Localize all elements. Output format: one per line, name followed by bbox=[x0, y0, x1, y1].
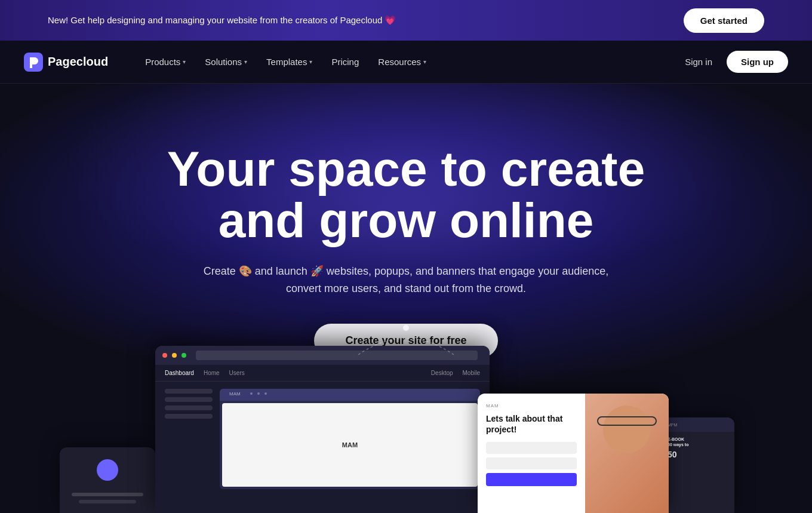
chevron-down-icon: ▾ bbox=[244, 59, 247, 65]
sr-title: Lets talk about that project! bbox=[486, 413, 577, 435]
nav-item-templates[interactable]: Templates ▾ bbox=[258, 52, 321, 72]
announcement-text: New! Get help designing and managing you… bbox=[48, 15, 396, 26]
nav-item-pricing-label: Pricing bbox=[331, 57, 359, 67]
sr-face bbox=[603, 406, 651, 453]
hero-note-prefix: Choose a bbox=[324, 370, 362, 379]
sfr-logo: MPM bbox=[668, 423, 677, 427]
sign-up-button[interactable]: Sign up bbox=[727, 51, 788, 73]
sr-glasses bbox=[597, 416, 657, 426]
announcement-cta-button[interactable]: Get started bbox=[684, 8, 764, 33]
sfr-label: E-BOOK bbox=[668, 437, 684, 441]
sr-badge: MAM bbox=[486, 403, 577, 408]
nav-item-resources-label: Resources bbox=[378, 57, 421, 67]
screen-left bbox=[60, 447, 155, 513]
sfr-title-text: 50 ways to bbox=[668, 443, 688, 447]
sc-canvas: MAM bbox=[222, 403, 478, 487]
sr-image bbox=[585, 394, 669, 513]
sfr-body: E-BOOK 50 ways to 50 bbox=[663, 432, 734, 464]
nav-item-solutions[interactable]: Solutions ▾ bbox=[196, 52, 256, 72]
tab-dashboard: Dashboard bbox=[165, 370, 194, 376]
sign-in-button[interactable]: Sign in bbox=[678, 52, 719, 72]
sc-main-logo: MAM bbox=[224, 390, 245, 398]
window-minimize-dot bbox=[172, 353, 177, 358]
navbar: Pagecloud Products ▾ Solutions ▾ Templat… bbox=[0, 41, 812, 84]
logo-link[interactable]: Pagecloud bbox=[24, 53, 108, 72]
hero-subtext: Create 🎨 and launch 🚀 websites, popups, … bbox=[203, 263, 609, 297]
plan-link[interactable]: plan bbox=[362, 370, 377, 379]
sc-nav-dot bbox=[250, 392, 253, 395]
hero-cta-wrap: Create your site for free bbox=[314, 324, 497, 358]
nav-item-products-label: Products bbox=[145, 57, 180, 67]
logo-text: Pagecloud bbox=[48, 55, 108, 69]
sfr-top: MPM bbox=[663, 417, 734, 432]
sc-main-nav: MAM bbox=[220, 389, 480, 398]
tab-users: Users bbox=[229, 370, 245, 376]
nav-item-products[interactable]: Products ▾ bbox=[137, 52, 194, 72]
hero-headline-line1: Your space to create bbox=[167, 142, 645, 196]
sidebar-item bbox=[165, 414, 213, 419]
screen-right: MAM Lets talk about that project! bbox=[478, 394, 669, 513]
sr-name-field bbox=[486, 442, 577, 454]
sc-canvas-text: MAM bbox=[342, 441, 358, 449]
sfr-number: 50 bbox=[668, 450, 730, 459]
hero-headline: Your space to create and grow online bbox=[167, 143, 645, 246]
nav-item-templates-label: Templates bbox=[266, 57, 307, 67]
hero-note: Choose a plan when you're ready to publi… bbox=[324, 370, 488, 379]
sc-nav-dot bbox=[257, 392, 260, 395]
hero-section: Your space to create and grow online Cre… bbox=[0, 84, 812, 513]
screen-left-line1 bbox=[72, 493, 143, 496]
sidebar-item bbox=[165, 389, 213, 394]
nav-item-pricing[interactable]: Pricing bbox=[323, 52, 367, 72]
nav-item-resources[interactable]: Resources ▾ bbox=[370, 52, 435, 72]
sc-content: MAM MAM bbox=[155, 382, 490, 496]
nav-links: Products ▾ Solutions ▾ Templates ▾ Prici… bbox=[137, 52, 678, 72]
sr-email-field bbox=[486, 457, 577, 469]
chevron-down-icon: ▾ bbox=[423, 59, 426, 65]
hero-headline-line2: and grow online bbox=[219, 193, 594, 247]
sc-main-area: MAM MAM bbox=[220, 389, 480, 489]
hero-note-suffix: when you're ready to publish. bbox=[377, 370, 488, 379]
nav-auth: Sign in Sign up bbox=[678, 51, 788, 73]
chevron-down-icon: ▾ bbox=[309, 59, 312, 65]
chevron-down-icon: ▾ bbox=[183, 59, 186, 65]
sr-submit-button bbox=[486, 473, 577, 486]
screen-left-line2 bbox=[79, 500, 136, 503]
sc-nav-dot bbox=[264, 392, 267, 395]
sidebar-item bbox=[165, 397, 213, 402]
window-maximize-dot bbox=[182, 353, 186, 358]
sr-content: MAM Lets talk about that project! bbox=[478, 394, 585, 496]
hero-cta-button[interactable]: Create your site for free bbox=[314, 324, 497, 358]
sfr-title: E-BOOK 50 ways to bbox=[668, 437, 730, 447]
avatar bbox=[97, 459, 118, 481]
sc-sidebar bbox=[165, 389, 213, 489]
tab-home: Home bbox=[204, 370, 220, 376]
screen-far-right: MPM E-BOOK 50 ways to 50 bbox=[663, 417, 734, 513]
nav-item-solutions-label: Solutions bbox=[205, 57, 242, 67]
logo-icon bbox=[24, 53, 43, 72]
sidebar-item bbox=[165, 406, 213, 410]
window-close-dot bbox=[162, 353, 167, 358]
announcement-bar: New! Get help designing and managing you… bbox=[0, 0, 812, 41]
sc-main-header: MAM bbox=[220, 389, 480, 401]
